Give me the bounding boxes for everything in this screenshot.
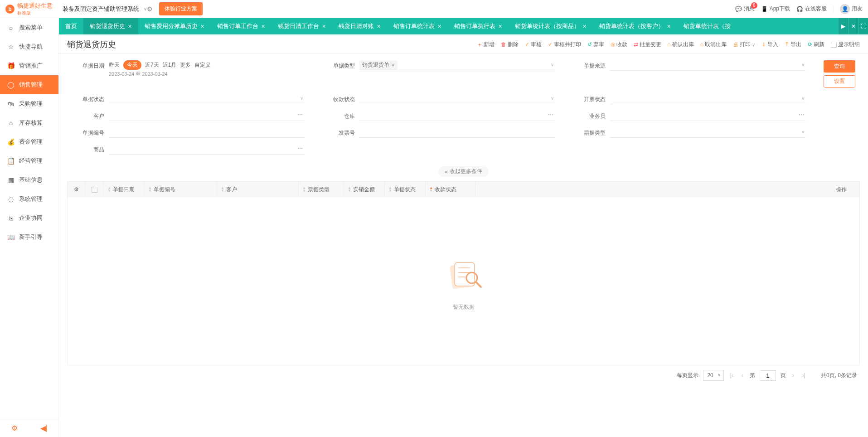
chevron-down-icon[interactable]: ∨ xyxy=(801,129,805,134)
chevron-down-icon[interactable]: ∨ xyxy=(551,62,554,67)
sidebar-item-6[interactable]: 💰资金管理 xyxy=(0,132,58,151)
batch-change-button[interactable]: ⇄批量变更 xyxy=(634,41,661,49)
tabs-fullscreen[interactable]: ⛶ xyxy=(858,18,868,34)
col-real-amount[interactable]: ▲▼实销金额 xyxy=(344,182,385,197)
chevron-down-icon[interactable]: ∨ xyxy=(551,96,554,101)
clerk-input[interactable] xyxy=(610,111,805,121)
date-opt-last-month[interactable]: 近1月 xyxy=(163,61,177,69)
date-opt-yesterday[interactable]: 昨天 xyxy=(109,61,120,69)
sidebar-item-3[interactable]: ◯销售管理 xyxy=(0,75,58,94)
tab-close-icon[interactable]: ✕ xyxy=(667,24,671,29)
export-button[interactable]: ⤒导出 xyxy=(785,41,801,49)
bill-status-input[interactable] xyxy=(109,94,304,104)
show-detail-toggle[interactable]: 显示明细 xyxy=(831,41,860,49)
settings-button[interactable]: ⚙ xyxy=(0,419,29,437)
pager-prev[interactable]: ‹ xyxy=(740,372,745,379)
collapse-conditions-button[interactable]: « 收起更多条件 xyxy=(438,166,489,177)
select-all-checkbox[interactable] xyxy=(86,182,104,197)
sidebar-item-2[interactable]: 🎁营销推广 xyxy=(0,56,58,75)
tab-5[interactable]: 钱货日清对账✕ xyxy=(332,18,387,34)
tab-2[interactable]: 销售费用分摊单历史✕ xyxy=(138,18,211,34)
sidebar-item-4[interactable]: 🛍采购管理 xyxy=(0,94,58,113)
date-opt-more[interactable]: 更多 xyxy=(180,61,191,69)
lookup-icon[interactable]: ⋯ xyxy=(799,112,805,118)
sidebar-item-10[interactable]: ⎘企业协同 xyxy=(0,209,58,228)
col-ticket-type[interactable]: ▲▼票据类型 xyxy=(299,182,344,197)
audit-button[interactable]: ✓审核 xyxy=(525,41,542,49)
tabs-scroll-right[interactable]: ▶ xyxy=(838,18,848,34)
sidebar-item-7[interactable]: 📋经营管理 xyxy=(0,151,58,170)
date-opt-last7[interactable]: 近7天 xyxy=(145,61,159,69)
product-input[interactable] xyxy=(109,144,304,155)
date-opt-custom[interactable]: 自定义 xyxy=(194,61,211,69)
trial-button[interactable]: 体验行业方案 xyxy=(159,2,203,15)
add-button[interactable]: ＋新增 xyxy=(477,41,495,49)
print-button[interactable]: 🖨打印∨ xyxy=(733,41,755,49)
sidebar-item-5[interactable]: ⌂库存核算 xyxy=(0,113,58,132)
pager-next[interactable]: › xyxy=(790,372,796,379)
tab-7[interactable]: 销售订单执行表✕ xyxy=(448,18,509,34)
sidebar-item-8[interactable]: ▦基础信息 xyxy=(0,170,58,189)
collapse-sidebar-button[interactable]: ◀| xyxy=(29,419,59,437)
tab-10[interactable]: 销货单统计表（按 xyxy=(677,18,737,34)
invoice-no-input[interactable] xyxy=(359,127,555,138)
tab-close-icon[interactable]: ✕ xyxy=(128,24,132,29)
settings-icon[interactable]: ⚙ xyxy=(147,5,153,13)
tab-close-icon[interactable]: ✕ xyxy=(437,24,441,29)
pager-last[interactable]: ›| xyxy=(800,372,807,379)
tab-1[interactable]: 销货退货历史✕ xyxy=(83,18,138,34)
ticket-type-input[interactable] xyxy=(610,127,805,138)
abandon-button[interactable]: ↺弃审 xyxy=(587,41,604,49)
tab-close-icon[interactable]: ✕ xyxy=(322,24,326,29)
tab-8[interactable]: 销货单统计表（按商品）✕ xyxy=(509,18,593,34)
tab-close-icon[interactable]: ✕ xyxy=(498,24,502,29)
audit-print-button[interactable]: ✓审核并打印 xyxy=(548,41,581,49)
tab-4[interactable]: 钱货日清工作台✕ xyxy=(272,18,332,34)
tab-6[interactable]: 销售订单统计表✕ xyxy=(387,18,448,34)
table-settings-button[interactable]: ⚙ xyxy=(68,182,86,197)
collect-status-input[interactable] xyxy=(359,94,555,104)
query-button[interactable]: 查询 xyxy=(824,60,855,73)
bill-source-input[interactable] xyxy=(610,60,805,71)
col-bill-no[interactable]: ▲▼单据编号 xyxy=(145,182,217,197)
page-input[interactable] xyxy=(760,370,776,381)
col-bill-status[interactable]: ▲▼单据状态 xyxy=(385,182,426,197)
lookup-icon[interactable]: ⋯ xyxy=(297,145,303,151)
customer-input[interactable] xyxy=(109,111,304,121)
lookup-icon[interactable]: ⋯ xyxy=(548,112,554,118)
tab-3[interactable]: 销售订单工作台✕ xyxy=(211,18,272,34)
bill-no-input[interactable] xyxy=(109,127,304,138)
chevron-down-icon[interactable]: ∨ xyxy=(801,62,805,67)
user-menu[interactable]: 👤 用友 xyxy=(840,4,863,14)
date-opt-today[interactable]: 今天 xyxy=(123,60,141,70)
tab-9[interactable]: 销货单统计表（按客户）✕ xyxy=(593,18,677,34)
collect-button[interactable]: ◎收款 xyxy=(611,41,627,49)
online-service-link[interactable]: 🎧 在线客服 xyxy=(796,5,827,13)
lookup-icon[interactable]: ⋯ xyxy=(297,112,303,118)
col-customer[interactable]: ▲▼客户 xyxy=(217,182,299,197)
messages-link[interactable]: 💬 消息 6 xyxy=(735,5,755,13)
confirm-out-button[interactable]: ⌂确认出库 xyxy=(668,41,694,49)
sidebar-item-11[interactable]: 📖新手引导 xyxy=(0,228,58,247)
sidebar-item-0[interactable]: ⌕搜索菜单 xyxy=(0,18,58,37)
col-collect-status[interactable]: ▲▼收款状态 xyxy=(426,182,475,197)
chevron-down-icon[interactable]: ∨ xyxy=(801,96,805,101)
tag-remove-icon[interactable]: ✕ xyxy=(391,63,395,68)
col-bill-date[interactable]: ▲▼单据日期 xyxy=(104,182,145,197)
cancel-out-button[interactable]: ⌂取消出库 xyxy=(700,41,727,49)
app-download-link[interactable]: 📱 App下载 xyxy=(761,5,790,13)
tab-0[interactable]: 首页 xyxy=(59,18,83,34)
filter-settings-button[interactable]: 设置 xyxy=(824,75,855,87)
system-select[interactable]: 装备及固定资产辅助管理系统 ∨ xyxy=(63,5,147,13)
tabs-close-all[interactable]: ✕ xyxy=(848,18,858,34)
import-button[interactable]: ⤓导入 xyxy=(761,41,778,49)
chevron-down-icon[interactable]: ∨ xyxy=(300,96,303,101)
sidebar-item-9[interactable]: ◌系统管理 xyxy=(0,189,58,209)
sidebar-item-1[interactable]: ☆快捷导航 xyxy=(0,37,58,56)
warehouse-input[interactable] xyxy=(359,111,555,121)
tab-close-icon[interactable]: ✕ xyxy=(582,24,587,29)
refresh-button[interactable]: ⟳刷新 xyxy=(808,41,824,49)
tab-close-icon[interactable]: ✕ xyxy=(200,24,204,29)
tab-close-icon[interactable]: ✕ xyxy=(261,24,265,29)
per-page-select[interactable]: 20 xyxy=(703,370,723,381)
